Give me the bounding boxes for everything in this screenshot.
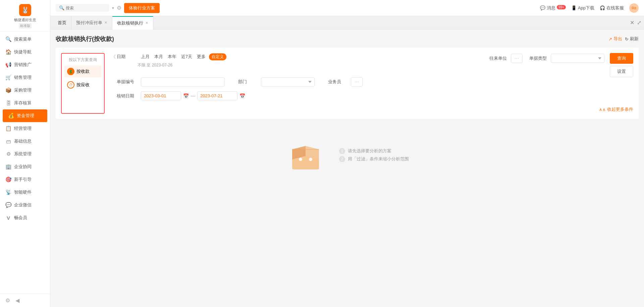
empty-hint-1: 1 请先选择要分析的方案 bbox=[339, 148, 409, 154]
sidebar-item-label: 畅会员 bbox=[14, 215, 27, 221]
by-payable-icon: ⏱ bbox=[67, 81, 74, 89]
writeoff-end-input[interactable] bbox=[197, 91, 237, 100]
more-conditions: ∧∧ 收起更多条件 bbox=[117, 105, 633, 114]
date-opt-custom[interactable]: 自定义 bbox=[209, 53, 226, 60]
date-label: 日期 bbox=[117, 54, 133, 60]
staff-picker[interactable]: ··· bbox=[351, 77, 363, 87]
collapse-sidebar-icon[interactable]: ◀ bbox=[15, 297, 19, 304]
sidebar-item-sales[interactable]: 🛒 销售管理 bbox=[0, 71, 50, 84]
page-title: 收款核销执行(按收款) bbox=[56, 35, 114, 43]
refresh-button[interactable]: ↻ 刷新 bbox=[625, 36, 639, 42]
writeoff-start-input[interactable] bbox=[141, 91, 181, 100]
empty-text: 1 请先选择要分析的方案 2 用「过滤」条件来缩小分析范围 bbox=[339, 148, 409, 164]
by-payable-label: 按应收 bbox=[76, 82, 90, 88]
tab-prepay-close[interactable]: ✕ bbox=[104, 20, 107, 25]
industry-btn[interactable]: 体验行业方案 bbox=[124, 3, 160, 13]
sidebar-item-hardware[interactable]: 📡 智能硬件 bbox=[0, 186, 50, 199]
sidebar-item-label: 新手引导 bbox=[14, 176, 32, 183]
main-area: 🔍 ▾ ⚙ 体验行业方案 💬 消息 99+ 📱 App下载 🎧 在线客服 Ri bbox=[50, 0, 644, 307]
filter-option-by-payable[interactable]: ⏱ 按应收 bbox=[64, 79, 101, 91]
tab-home[interactable]: 首页 bbox=[53, 16, 71, 30]
doc-no-label: 单据编号 bbox=[117, 79, 134, 85]
sidebar-item-label: 企业微信 bbox=[14, 202, 32, 208]
messages-badge: 99+ bbox=[557, 5, 566, 9]
refresh-icon: ↻ bbox=[625, 37, 629, 42]
counterpart-label: 往来单位 bbox=[489, 55, 508, 61]
setting-button[interactable]: 设置 bbox=[610, 66, 633, 77]
app-logo: 🐰 畅捷通好生意 标准版 bbox=[0, 0, 50, 32]
date-opt-this-year[interactable]: 本年 bbox=[166, 53, 178, 60]
sidebar-item-label: 搜索菜单 bbox=[14, 36, 32, 42]
sales-icon: 🛒 bbox=[5, 74, 11, 81]
by-receipt-icon: 💲 bbox=[67, 68, 74, 75]
tab-writeoff[interactable]: 收款核销执行 ✕ bbox=[112, 16, 153, 30]
sidebar-item-label: 系统管理 bbox=[14, 151, 32, 157]
sidebar-item-wechat[interactable]: 💬 企业微信 bbox=[0, 199, 50, 211]
enterprise-icon: 🏢 bbox=[5, 164, 11, 170]
app-download-item[interactable]: 📱 App下载 bbox=[571, 5, 594, 11]
date-opt-last-month[interactable]: 上月 bbox=[140, 53, 151, 60]
calendar-end-icon[interactable]: 📅 bbox=[239, 93, 245, 99]
sidebar-item-member[interactable]: V 畅会员 bbox=[0, 211, 50, 224]
tabbar-right: ✕ ⤢ bbox=[630, 19, 641, 26]
sidebar-footer: ⚙ ◀ bbox=[0, 294, 50, 307]
sidebar-item-operation[interactable]: 📋 经营管理 bbox=[0, 122, 50, 135]
svg-point-3 bbox=[299, 158, 302, 161]
messages-item[interactable]: 💬 消息 99+ bbox=[540, 5, 566, 11]
export-button[interactable]: ↗ 导出 bbox=[608, 36, 622, 42]
sidebar-item-system[interactable]: ⚙ 系统管理 bbox=[0, 148, 50, 160]
operation-icon: 📋 bbox=[5, 125, 11, 132]
sidebar-item-basic[interactable]: 🗃 基础信息 bbox=[0, 135, 50, 148]
date-opt-more[interactable]: 更多 bbox=[196, 53, 207, 60]
counterpart-picker[interactable]: ··· bbox=[511, 54, 523, 63]
logo-icon: 🐰 bbox=[19, 4, 31, 16]
topbar-gear-icon[interactable]: ⚙ bbox=[117, 5, 121, 11]
sidebar-item-enterprise[interactable]: 🏢 企业协同 bbox=[0, 160, 50, 173]
tab-prepay[interactable]: 预付冲应付单 ✕ bbox=[71, 16, 112, 30]
filter-row-docno: 单据编号 部门 业务员 ··· bbox=[117, 77, 633, 87]
sidebar-item-search[interactable]: 🔍 搜索菜单 bbox=[0, 33, 50, 46]
filter-actions: 查询 设置 bbox=[610, 53, 633, 77]
collapse-filter-btn[interactable]: 《 bbox=[110, 54, 117, 60]
settings-footer-icon[interactable]: ⚙ bbox=[5, 297, 10, 304]
expand-tab-btn[interactable]: ⤢ bbox=[637, 19, 641, 26]
empty-state: 1 请先选择要分析的方案 2 用「过滤」条件来缩小分析范围 bbox=[56, 119, 639, 193]
date-opt-this-month[interactable]: 本月 bbox=[153, 53, 164, 60]
topbar-search-box[interactable]: 🔍 bbox=[56, 4, 109, 12]
doc-no-input[interactable] bbox=[141, 78, 225, 87]
tab-writeoff-close[interactable]: ✕ bbox=[145, 21, 148, 25]
wechat-icon: 💬 bbox=[5, 202, 11, 208]
sidebar-item-finance[interactable]: 💰 资金管理 bbox=[3, 109, 47, 122]
department-select[interactable] bbox=[261, 78, 315, 87]
staff-label: 业务员 bbox=[328, 79, 344, 85]
calendar-start-icon[interactable]: 📅 bbox=[183, 93, 189, 99]
sidebar-item-inventory[interactable]: 🗄 库存核算 bbox=[0, 97, 50, 109]
online-service-label: 在线客服 bbox=[606, 5, 624, 11]
tabbar: 首页 预付冲应付单 ✕ 收款核销执行 ✕ ✕ ⤢ bbox=[50, 16, 644, 30]
online-service-item[interactable]: 🎧 在线客服 bbox=[600, 5, 624, 11]
more-conditions-btn[interactable]: ∧∧ 收起更多条件 bbox=[599, 106, 633, 112]
empty-hint-1-text: 请先选择要分析的方案 bbox=[348, 148, 391, 154]
topbar-dropdown-icon[interactable]: ▾ bbox=[112, 6, 114, 10]
user-profile[interactable]: Rit bbox=[629, 3, 639, 13]
sidebar-item-guide[interactable]: 🎯 新手引导 bbox=[0, 173, 50, 186]
query-button[interactable]: 查询 bbox=[610, 53, 633, 64]
filter-row-date: 日期 上月 本月 本年 近7天 更多 自定义 bbox=[117, 53, 489, 60]
close-tab-btn[interactable]: ✕ bbox=[630, 19, 634, 26]
filter-option-by-receipt[interactable]: 💲 按收款 bbox=[64, 65, 101, 78]
search-icon: 🔍 bbox=[59, 5, 64, 10]
messages-label: 消息 bbox=[547, 5, 555, 11]
search-input[interactable] bbox=[66, 6, 103, 10]
writeoff-date-label: 核销日期 bbox=[117, 93, 134, 99]
filter-row-writeoff-date: 核销日期 📅 — 📅 bbox=[117, 91, 633, 100]
sidebar-item-label: 销售管理 bbox=[14, 74, 32, 81]
sidebar-item-purchase[interactable]: 📦 采购管理 bbox=[0, 84, 50, 97]
date-opt-7days[interactable]: 近7天 bbox=[180, 53, 194, 60]
service-icon: 🎧 bbox=[600, 5, 605, 10]
member-icon: V bbox=[5, 215, 11, 221]
phone-icon: 📱 bbox=[571, 5, 577, 10]
sidebar-item-label: 基础信息 bbox=[14, 138, 32, 144]
sidebar-item-quick-nav[interactable]: 🏠 快捷导航 bbox=[0, 46, 50, 58]
sidebar-item-marketing[interactable]: 📢 营销推广 bbox=[0, 58, 50, 71]
doc-type-select[interactable] bbox=[551, 54, 604, 63]
